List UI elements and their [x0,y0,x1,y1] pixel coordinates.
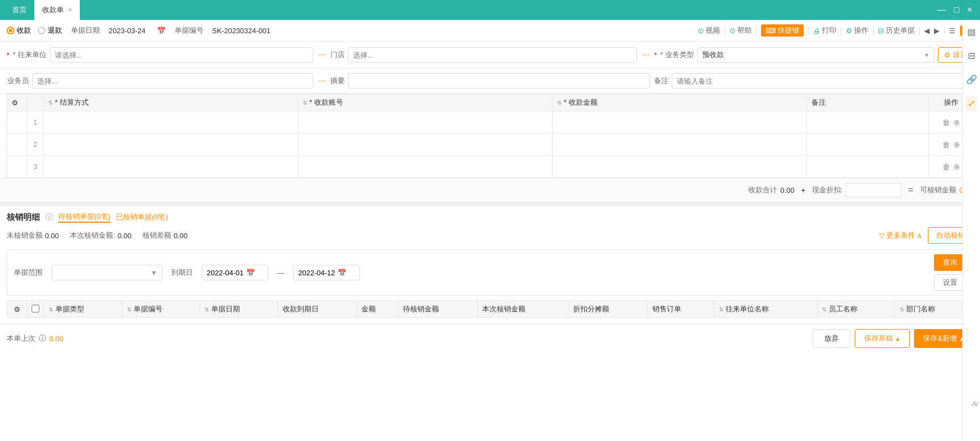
chevron-up-icon: ∧ [917,232,922,240]
radio-receipt[interactable]: 收款 [7,25,31,35]
more-conditions-btn[interactable]: ▽ 更多条件 ∧ [879,230,922,240]
th-settle[interactable]: ⇅* 结算方式 [44,94,298,111]
bth-due-label: 收款到期日 [283,305,319,313]
select-all-checkbox[interactable] [32,305,39,312]
diff-item: 核销差额 0.00 [142,230,187,240]
copy-icon-3[interactable]: ⊕ [953,162,960,171]
td-settle-3[interactable] [44,156,298,178]
th-amount-label: * 收款金额 [564,98,598,107]
td-remark-1[interactable] [807,111,928,134]
nav-tab-close[interactable]: × [68,6,72,14]
window-restore[interactable]: □ [951,5,963,15]
bth-staff[interactable]: ⇅员工名称 [817,301,895,318]
sidebar-icon-list[interactable]: ⊟ [966,48,977,63]
td-remark-2[interactable] [807,134,928,156]
top-nav: 首页 收款单 × — □ × [0,0,980,20]
filter-icon: ▽ [879,232,885,240]
window-minimize[interactable]: — [934,5,950,15]
remark-input[interactable] [672,73,973,89]
td-settle-1[interactable] [44,111,298,134]
delete-icon-3[interactable]: 🗑 [942,162,950,171]
td-remark-3[interactable] [807,156,928,178]
date-to-picker[interactable]: 2022-04-12 📅 [293,265,360,280]
th-account[interactable]: ⇅* 收款账号 [298,94,552,111]
store-more[interactable]: ··· [642,50,650,60]
shortcut-icon: ⌨ [765,27,776,35]
action-print[interactable]: 🖨 打印 [813,25,836,35]
verify-info-icon[interactable]: ⓘ [45,212,53,222]
ai-label[interactable]: Ai [972,400,978,408]
operate-label: 操作 [854,25,869,35]
copy-icon-1[interactable]: ⊕ [953,118,960,127]
delete-icon-1[interactable]: 🗑 [942,118,950,127]
nav-home[interactable]: 首页 [4,0,34,20]
copy-icon-2[interactable]: ⊕ [953,140,960,149]
tab-done[interactable]: 已核销单据(0笔) [116,212,168,222]
sidebar-icon-link[interactable]: 🔗 [964,72,979,87]
range-select[interactable]: ▼ [52,265,162,280]
divider4 [841,26,841,35]
sidebar-icon-expand[interactable]: ⤢ [966,96,977,111]
td-account-3[interactable] [298,156,552,178]
query-btn[interactable]: 查询 [934,254,966,271]
bth-no[interactable]: ⇅单据编号 [122,301,200,318]
td-settings-1 [7,111,27,134]
td-amount-2[interactable] [552,134,807,156]
th-settings[interactable]: ⚙ [7,94,27,111]
action-operate[interactable]: ⚙ 操作 [846,25,869,35]
th-amount[interactable]: ⇅* 收款金额 [552,94,807,111]
bth-checkbox[interactable] [27,301,44,318]
summary-input[interactable] [348,73,650,89]
bth-dept[interactable]: ⇅部门名称 [895,301,973,318]
cash-discount-input[interactable] [846,183,901,197]
form-fields-row1: * * 往来单位 ··· 门店 ··· * * 业务类型 预收款 ▼ ⚙ 设置 [0,42,980,69]
list-view[interactable]: ☰ [949,27,956,35]
filter-setting-btn[interactable]: 设置 [934,274,966,291]
settings-icon: ⚙ [944,51,951,59]
action-history[interactable]: ⊟ 历史单据 [878,25,915,35]
prev-label: 本单上次 [7,334,35,343]
nav-prev[interactable]: ◀ [924,27,930,35]
bth-date[interactable]: ⇅单据日期 [200,301,278,318]
bth-type[interactable]: ⇅单据类型 [44,301,122,318]
action-help[interactable]: ⊙ 帮助 [729,25,752,35]
staff-input[interactable] [32,73,313,89]
counterpart-input[interactable] [50,47,313,63]
store-label: 门店 [330,50,345,60]
td-settle-2[interactable] [44,134,298,156]
td-account-1[interactable] [298,111,552,134]
receipt-table: ⚙ ⇅* 结算方式 ⇅* 收款账号 ⇅* 收款金额 备注 操作 [7,94,973,178]
remark-label: 备注 [654,76,668,86]
radio-refund[interactable]: 退款 [38,25,62,35]
verify-title: 核销明细 [7,212,40,223]
summary-field: 摘要 [330,73,650,89]
verify-section: 核销明细 ⓘ 待核销单据(0笔) 已核销单据(0笔) 未核销金额 0.00 本次… [0,206,980,324]
tab-pending[interactable]: 待核销单据(0笔) [58,212,110,223]
counterpart-more[interactable]: ··· [319,50,326,60]
radio-circle-receipt [7,27,14,34]
td-account-2[interactable] [298,134,552,156]
sidebar-icon-table[interactable]: ▤ [965,24,978,39]
biz-type-arrow: ▼ [924,52,930,58]
biz-type-select[interactable]: 预收款 ▼ [697,47,935,63]
store-input[interactable] [348,47,637,63]
history-label: 历史单据 [886,25,915,35]
shortcut-btn[interactable]: ⌨ 快捷键 [761,24,804,37]
td-amount-1[interactable] [552,111,807,134]
nav-tab-receipt[interactable]: 收款单 × [34,0,80,20]
plus-sign: + [801,186,805,194]
calendar-icon[interactable]: 📅 [157,27,166,35]
abandon-btn[interactable]: 放弃 [813,329,850,348]
staff-more[interactable]: ··· [319,76,326,86]
date-from-picker[interactable]: 2022-04-01 📅 [202,265,268,280]
td-amount-3[interactable] [552,156,807,178]
bth-settings[interactable]: ⚙ [7,301,27,318]
bth-counterpart[interactable]: ⇅往来单位名称 [714,301,817,318]
counterpart-req: * [7,51,9,59]
delete-icon-2[interactable]: 🗑 [942,140,950,149]
action-video[interactable]: ⊙ 视频 [698,25,720,35]
nav-next[interactable]: ▶ [934,27,940,35]
save-draft-btn[interactable]: 保存草稿 ▲ [855,329,910,348]
window-close[interactable]: × [964,5,976,15]
current-value: 0.00 [118,232,131,240]
